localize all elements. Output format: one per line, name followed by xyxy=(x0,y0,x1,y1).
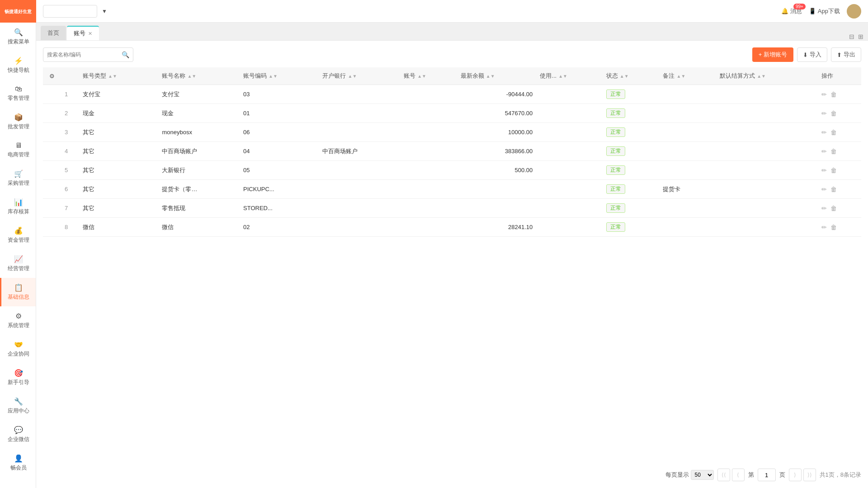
sidebar-item-search[interactable]: 🔍 搜索菜单 xyxy=(0,23,36,51)
settings-col-header[interactable]: ⚙ xyxy=(43,67,61,85)
bell-icon: 🔔 xyxy=(781,8,788,14)
sidebar-item-basic-info[interactable]: 📋 基础信息 xyxy=(0,278,36,306)
edit-icon[interactable]: ✏ xyxy=(821,129,827,136)
code-col-header[interactable]: 账号编码▲▼ xyxy=(240,67,319,85)
sidebar-item-enterprise-wechat[interactable]: 💬 企业微信 xyxy=(0,420,36,449)
top-search-input[interactable] xyxy=(43,5,97,18)
edit-icon[interactable]: ✏ xyxy=(821,186,827,193)
row-usage xyxy=(536,85,602,104)
remark-col-header[interactable]: 备注▲▼ xyxy=(659,67,716,85)
row-settings xyxy=(43,180,61,199)
type-col-header[interactable]: 账号类型▲▼ xyxy=(79,67,158,85)
search-icon[interactable]: 🔍 xyxy=(122,51,129,58)
table-row: 4 其它 中百商场账户 04 中百商场账户 383866.00 正常 ✏ 🗑 xyxy=(43,142,861,161)
edit-icon[interactable]: ✏ xyxy=(821,148,827,155)
row-code: 01 xyxy=(240,104,319,123)
sidebar-item-wholesale[interactable]: 📦 批发管理 xyxy=(0,108,36,136)
per-page-selector: 每页显示 50 100 200 xyxy=(665,470,714,480)
edit-icon[interactable]: ✏ xyxy=(821,91,827,98)
edit-icon[interactable]: ✏ xyxy=(821,205,827,212)
sidebar-item-inventory[interactable]: 📊 库存核算 xyxy=(0,192,36,221)
tab-home[interactable]: 首页 xyxy=(41,26,66,40)
delete-icon[interactable]: 🗑 xyxy=(830,186,837,193)
row-type: 现金 xyxy=(79,104,158,123)
status-badge: 正常 xyxy=(606,222,625,232)
delete-icon[interactable]: 🗑 xyxy=(830,167,837,174)
delete-icon[interactable]: 🗑 xyxy=(830,110,837,117)
import-label: 导入 xyxy=(810,51,821,59)
row-balance: 547670.00 xyxy=(457,104,536,123)
row-code: PICKUPC... xyxy=(240,180,319,199)
header-left: ▼ xyxy=(43,5,107,18)
sidebar-item-system[interactable]: ⚙ 系统管理 xyxy=(0,306,36,335)
header-dropdown[interactable]: ▼ xyxy=(102,8,107,14)
row-type: 其它 xyxy=(79,161,158,180)
user-avatar[interactable] xyxy=(847,4,861,19)
maximize-icon[interactable]: ⊞ xyxy=(858,33,863,40)
export-label: 导出 xyxy=(844,51,855,59)
delete-icon[interactable]: 🗑 xyxy=(830,224,837,231)
row-name: 提货卡（零… xyxy=(158,180,240,199)
sidebar-item-member[interactable]: 👤 畅会员 xyxy=(0,449,36,477)
sidebar-item-operations[interactable]: 📈 经营管理 xyxy=(0,249,36,278)
prev-page-button[interactable]: ⟨ xyxy=(732,469,745,481)
tab-expand-area: ⊟ ⊞ xyxy=(849,33,863,40)
shortcuts-icon: ⚡ xyxy=(14,56,23,65)
last-page-button[interactable]: ⟩⟩ xyxy=(803,469,816,481)
first-page-button[interactable]: ⟨⟨ xyxy=(717,469,730,481)
operations-icon: 📈 xyxy=(14,255,23,263)
sidebar-item-appstore[interactable]: 🔧 应用中心 xyxy=(0,392,36,420)
row-balance: 383866.00 xyxy=(457,142,536,161)
row-remark xyxy=(659,104,716,123)
toolbar-actions: + 新增账号 ⬇ 导入 ⬆ 导出 xyxy=(752,47,861,62)
delete-icon[interactable]: 🗑 xyxy=(830,205,837,212)
row-num: 6 xyxy=(61,180,79,199)
import-button[interactable]: ⬇ 导入 xyxy=(797,47,827,62)
sidebar-item-collab[interactable]: 🤝 企业协同 xyxy=(0,335,36,363)
per-page-select[interactable]: 50 100 200 xyxy=(691,470,714,480)
sidebar-item-finance[interactable]: 💰 资金管理 xyxy=(0,221,36,249)
name-col-header[interactable]: 账号名称▲▼ xyxy=(158,67,240,85)
row-usage xyxy=(536,180,602,199)
page-suffix: 页 xyxy=(779,471,785,479)
status-col-header[interactable]: 状态▲▼ xyxy=(603,67,660,85)
edit-icon[interactable]: ✏ xyxy=(821,110,827,117)
row-default-settlement xyxy=(716,85,818,104)
tab-close-icon[interactable]: ✕ xyxy=(88,31,92,36)
usage-col-header[interactable]: 使用...▲▼ xyxy=(536,67,602,85)
add-account-button[interactable]: + 新增账号 xyxy=(752,47,793,62)
tab-account[interactable]: 账号 ✕ xyxy=(67,26,99,40)
page-label: 第 xyxy=(748,471,754,479)
inventory-icon: 📊 xyxy=(14,198,23,206)
sidebar-item-ecommerce[interactable]: 🖥 电商管理 xyxy=(0,136,36,164)
status-badge: 正常 xyxy=(606,146,625,156)
row-bank xyxy=(319,161,400,180)
default-settlement-col-header[interactable]: 默认结算方式▲▼ xyxy=(716,67,818,85)
delete-icon[interactable]: 🗑 xyxy=(830,129,837,136)
sidebar-item-shortcuts[interactable]: ⚡ 快捷导航 xyxy=(0,51,36,80)
status-badge: 正常 xyxy=(606,127,625,137)
sidebar-item-guide[interactable]: 🎯 新手引导 xyxy=(0,363,36,392)
row-remark xyxy=(659,85,716,104)
bank-col-header[interactable]: 开户银行▲▼ xyxy=(319,67,400,85)
balance-col-header[interactable]: 最新余额▲▼ xyxy=(457,67,536,85)
edit-icon[interactable]: ✏ xyxy=(821,167,827,174)
minimize-icon[interactable]: ⊟ xyxy=(849,33,854,40)
delete-icon[interactable]: 🗑 xyxy=(830,148,837,155)
sidebar-item-retail[interactable]: 🛍 零售管理 xyxy=(0,80,36,108)
delete-icon[interactable]: 🗑 xyxy=(830,91,837,98)
row-remark xyxy=(659,218,716,237)
table-row: 5 其它 大新银行 05 500.00 正常 ✏ 🗑 xyxy=(43,161,861,180)
search-input[interactable] xyxy=(47,52,122,58)
row-status: 正常 xyxy=(603,123,660,142)
account-col-header[interactable]: 账号▲▼ xyxy=(400,67,457,85)
row-remark: 提货卡 xyxy=(659,180,716,199)
next-page-button[interactable]: ⟩ xyxy=(789,469,802,481)
edit-icon[interactable]: ✏ xyxy=(821,224,827,231)
page-number-input[interactable] xyxy=(758,469,776,481)
app-download-button[interactable]: 📱 App下载 xyxy=(809,7,840,15)
sidebar-item-purchase[interactable]: 🛒 采购管理 xyxy=(0,164,36,192)
notification-button[interactable]: 🔔 消息 99+ xyxy=(781,7,802,15)
export-button[interactable]: ⬆ 导出 xyxy=(831,47,861,62)
row-name: 现金 xyxy=(158,104,240,123)
